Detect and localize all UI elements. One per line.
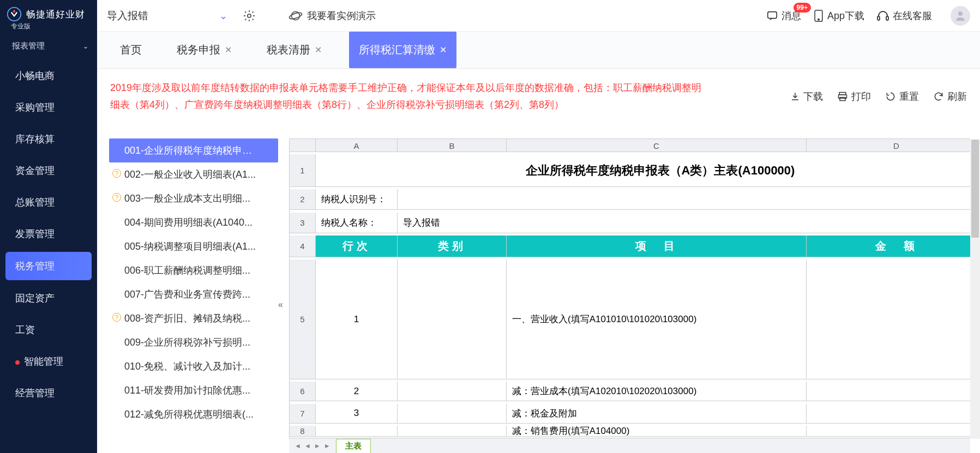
- reset-button[interactable]: 重置: [885, 90, 919, 103]
- top-actions: 消息 99+ App下载 在线客服: [766, 6, 970, 26]
- row-header: 5: [290, 259, 316, 379]
- corner-cell: [290, 139, 316, 152]
- print-icon: [837, 91, 848, 102]
- sidebar-item[interactable]: 工资: [0, 314, 97, 346]
- tab[interactable]: 税表清册✕: [259, 37, 329, 63]
- svg-point-2: [248, 14, 251, 17]
- reset-icon: [885, 91, 896, 102]
- sidebar-item[interactable]: 采购管理: [0, 92, 97, 123]
- row-header: 7: [290, 404, 316, 424]
- category-cell[interactable]: [398, 382, 507, 401]
- line-no: 2: [316, 382, 398, 401]
- row-header: 8: [290, 426, 316, 437]
- messages-button[interactable]: 消息 99+: [766, 9, 801, 22]
- tab[interactable]: 所得税汇算清缴✕: [349, 32, 456, 68]
- avatar[interactable]: [951, 6, 970, 26]
- collapse-button[interactable]: «: [278, 300, 283, 310]
- sidebar-item[interactable]: 经营管理: [0, 377, 97, 409]
- refresh-icon: [933, 91, 944, 102]
- app-download-button[interactable]: App下载: [813, 9, 864, 22]
- org-selector[interactable]: 导入报错 ⌄: [107, 9, 227, 23]
- tab[interactable]: 首页: [112, 37, 149, 63]
- sidebar-item[interactable]: 小畅电商: [0, 60, 97, 92]
- notification-dot: [15, 360, 20, 365]
- planet-icon: [288, 9, 303, 23]
- form-list-item[interactable]: 005-纳税调整项目明细表(A1...: [109, 234, 278, 258]
- row-header: 2: [290, 189, 316, 210]
- sheet-tab[interactable]: 主表: [336, 439, 371, 453]
- sidebar-menu: 小畅电商采购管理库存核算资金管理总账管理发票管理税务管理固定资产工资智能管理经营…: [0, 60, 97, 409]
- brand-name: 畅捷通好业财: [26, 8, 85, 21]
- help-icon: ?: [112, 313, 121, 322]
- amount-cell[interactable]: [807, 382, 970, 401]
- form-list-item[interactable]: 004-期间费用明细表(A1040...: [109, 210, 278, 234]
- line-no: 1: [316, 259, 398, 379]
- gear-icon[interactable]: [243, 9, 256, 22]
- form-list-item[interactable]: 012-减免所得税优惠明细表(...: [109, 402, 278, 426]
- form-list-item[interactable]: ?008-资产折旧、摊销及纳税...: [109, 306, 278, 330]
- svg-rect-5: [768, 11, 777, 18]
- close-icon[interactable]: ✕: [225, 45, 232, 55]
- sidebar-item[interactable]: 库存核算: [0, 123, 97, 155]
- amount-cell[interactable]: [807, 259, 970, 379]
- form-list-item[interactable]: 010-免税、减计收入及加计...: [109, 354, 278, 378]
- chevron-down-icon: ⌄: [219, 10, 227, 22]
- customer-service-button[interactable]: 在线客服: [876, 9, 932, 22]
- phone-icon: [813, 9, 824, 22]
- sheet-nav[interactable]: ◄◄►►: [289, 442, 336, 450]
- sidebar-item[interactable]: 发票管理: [0, 218, 97, 250]
- help-icon: ?: [112, 169, 121, 178]
- sidebar-item[interactable]: 固定资产: [0, 282, 97, 314]
- row-header: 1: [290, 154, 316, 187]
- close-icon[interactable]: ✕: [315, 45, 322, 55]
- sidebar-item[interactable]: 税务管理: [5, 252, 92, 280]
- row-header: 3: [290, 213, 316, 233]
- amount-cell[interactable]: [807, 404, 970, 424]
- tax-name-label: 纳税人名称：: [316, 213, 398, 233]
- svg-point-1: [13, 10, 15, 13]
- col-header[interactable]: D: [807, 139, 970, 152]
- line-no: 3: [316, 404, 398, 424]
- form-list-item[interactable]: ?002-一般企业收入明细表(A1...: [109, 162, 278, 186]
- refresh-button[interactable]: 刷新: [933, 90, 967, 103]
- print-button[interactable]: 打印: [837, 90, 871, 103]
- form-list-item[interactable]: 011-研发费用加计扣除优惠...: [109, 378, 278, 402]
- form-list-item[interactable]: 001-企业所得税年度纳税申…: [109, 138, 278, 162]
- table-header: 金 额: [807, 235, 970, 257]
- brand-logo-icon: [7, 7, 22, 22]
- org-name: 导入报错: [107, 9, 148, 23]
- svg-point-10: [958, 11, 963, 16]
- category-cell[interactable]: [398, 404, 507, 424]
- download-icon: [790, 92, 800, 101]
- tax-id-label: 纳税人识别号：: [316, 189, 398, 210]
- col-header[interactable]: A: [316, 139, 398, 152]
- sidebar-item[interactable]: 智能管理: [0, 346, 97, 377]
- table-header: 类别: [398, 235, 507, 257]
- col-header[interactable]: C: [507, 139, 807, 152]
- col-header[interactable]: B: [398, 139, 507, 152]
- download-button[interactable]: 下载: [790, 90, 823, 103]
- sheet-title: 企业所得税年度纳税申报表（A类）主表(A100000): [316, 154, 970, 187]
- warning-text: 2019年度涉及取以前年度结转数据的申报表单元格需要手工维护正确，才能保证本年及…: [110, 80, 710, 113]
- item-cell: 减：销售费用(填写A104000): [507, 426, 807, 437]
- form-list-item[interactable]: 007-广告费和业务宣传费跨...: [109, 282, 278, 306]
- sidebar-head[interactable]: 报表管理 ⌄: [0, 35, 97, 57]
- svg-rect-9: [886, 16, 888, 20]
- svg-rect-6: [815, 10, 822, 21]
- demo-link[interactable]: 我要看实例演示: [288, 9, 376, 23]
- help-icon: ?: [112, 193, 121, 202]
- vertical-scrollbar[interactable]: [970, 140, 980, 439]
- tab[interactable]: 税务申报✕: [169, 37, 239, 63]
- sidebar-item[interactable]: 资金管理: [0, 155, 97, 186]
- category-cell[interactable]: [398, 259, 507, 379]
- form-list-item[interactable]: ?003-一般企业成本支出明细...: [109, 186, 278, 210]
- row-header: 4: [290, 235, 316, 257]
- tax-id-value[interactable]: [398, 189, 970, 210]
- form-list-item[interactable]: 006-职工薪酬纳税调整明细...: [109, 258, 278, 282]
- close-icon[interactable]: ✕: [440, 45, 447, 55]
- table-header: 项 目: [507, 235, 807, 257]
- sidebar-item[interactable]: 总账管理: [0, 186, 97, 218]
- table-header: 行次: [316, 235, 398, 257]
- tax-name-value[interactable]: 导入报错: [398, 213, 970, 233]
- form-list-item[interactable]: 009-企业所得税弥补亏损明...: [109, 330, 278, 354]
